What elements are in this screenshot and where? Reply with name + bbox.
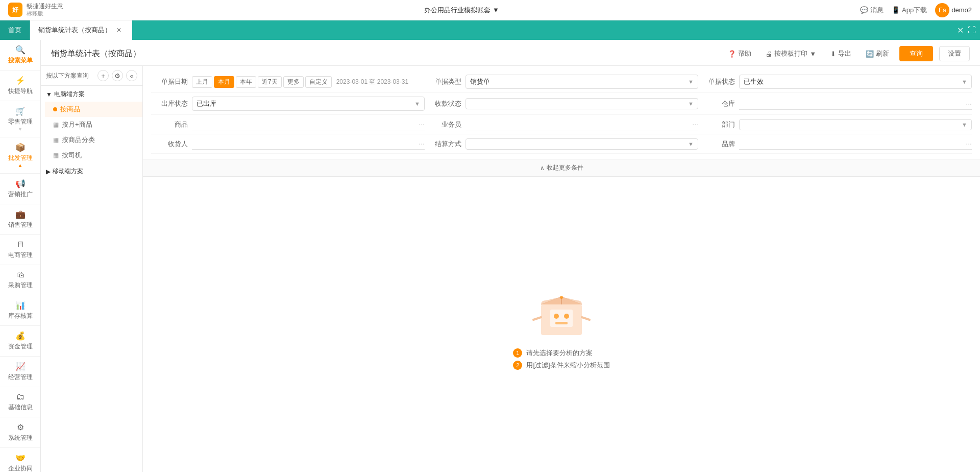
print-button[interactable]: 🖨 按模板打印 ▼: [762, 47, 820, 60]
salesman-input[interactable]: ···: [465, 119, 698, 130]
logo-sub: 标账版: [27, 10, 63, 17]
date-this-year[interactable]: 本年: [236, 76, 256, 88]
sidebar-item-inventory[interactable]: 📊 库存核算: [0, 295, 40, 326]
export-icon: ⬇: [830, 50, 836, 58]
refresh-button[interactable]: 🔄 刷新: [862, 47, 893, 60]
dept-select[interactable]: ▼: [739, 119, 972, 130]
system-icon: ⚙: [17, 422, 24, 432]
collect-status-select[interactable]: ▼: [465, 98, 698, 109]
collect-status-label: 收款状态: [425, 99, 465, 108]
message-button[interactable]: 💬 消息: [860, 6, 884, 15]
left-panel: 按以下方案查询 + ⚙ « ▼ 电脑端方案: [41, 66, 143, 472]
svg-line-8: [582, 317, 590, 320]
logo-text-group: 畅捷通好生意 标账版: [27, 3, 63, 17]
out-status-value: 已出库: [197, 99, 414, 108]
collapse-panel-button[interactable]: «: [126, 70, 137, 81]
tab-report[interactable]: 销货单统计表（按商品） ✕: [30, 20, 132, 40]
scheme-by-month-product[interactable]: ▦ 按月+商品: [45, 117, 142, 132]
tab-close-icon[interactable]: ✕: [114, 26, 124, 35]
doc-type-value: 销货单: [470, 77, 688, 86]
receiver-more-icon[interactable]: ···: [419, 139, 425, 148]
dept-arrow-icon: ▼: [962, 122, 967, 128]
sidebar-search[interactable]: 🔍 搜索菜单: [0, 40, 40, 70]
receiver-filter-cell: 收货人 ···: [151, 134, 425, 154]
empty-illustration: [531, 279, 592, 340]
top-right-actions: 💬 消息 📱 App下载 Ea demo2: [860, 3, 972, 17]
product-more-icon[interactable]: ···: [419, 120, 425, 128]
doc-type-select[interactable]: 销货单 ▼: [465, 75, 698, 89]
export-button[interactable]: ⬇ 导出: [826, 47, 855, 60]
sidebar-item-ecom[interactable]: 🖥 电商管理: [0, 235, 40, 265]
query-button[interactable]: 查询: [899, 46, 933, 61]
ecom-icon: 🖥: [16, 240, 24, 249]
date-this-month[interactable]: 本月: [214, 76, 234, 88]
settlement-select[interactable]: ▼: [465, 138, 698, 150]
brand-more-icon[interactable]: ···: [966, 139, 972, 148]
settings-button[interactable]: 设置: [939, 46, 970, 61]
sidebar-item-enterprise[interactable]: 🤝 企业协同: [0, 448, 40, 472]
out-status-select[interactable]: 已出库 ▼: [192, 97, 425, 111]
tab-maximize-icon[interactable]: ⛶: [968, 26, 976, 35]
brand-input[interactable]: ···: [739, 138, 972, 150]
sidebar-item-finance[interactable]: 💰 资金管理: [0, 326, 40, 357]
sidebar-item-sales[interactable]: 💼 销售管理: [0, 204, 40, 235]
warehouse-input[interactable]: ···: [739, 98, 972, 110]
scheme-by-product[interactable]: 按商品: [45, 102, 142, 117]
desktop-group-header[interactable]: ▼ 电脑端方案: [41, 86, 142, 102]
collapse-filters-button[interactable]: ∧ 收起更多条件: [540, 163, 583, 172]
product-filter-cell: 商品 ···: [151, 115, 425, 134]
tab-home[interactable]: 首页: [0, 20, 30, 40]
date-custom[interactable]: 自定义: [305, 76, 332, 88]
scheme-by-cashier[interactable]: ▦ 按司机: [45, 148, 142, 163]
salesman-more-icon[interactable]: ···: [692, 120, 698, 128]
empty-tip-2: 2 用[过滤]条件来缩小分析范围: [513, 361, 609, 370]
add-scheme-button[interactable]: +: [97, 70, 109, 81]
operation-icon: 📈: [15, 362, 26, 371]
doc-type-label: 单据类型: [425, 77, 465, 86]
page-title: 销货单统计表（按商品）: [51, 49, 141, 59]
sidebar-item-purchase[interactable]: 🛍 采购管理: [0, 265, 40, 295]
page-header: 销货单统计表（按商品） ❓ 帮助 🖨 按模板打印 ▼ ⬇ 导出 🔄 刷新: [41, 40, 980, 66]
tab-close-all-icon[interactable]: ✕: [957, 26, 964, 35]
sidebar-item-wholesale[interactable]: 📦 批发管理 ▲: [0, 137, 40, 174]
doc-type-arrow-icon: ▼: [688, 79, 694, 85]
date-more[interactable]: 更多: [283, 76, 304, 88]
workspace-name: 办公用品行业模拟账套: [424, 6, 491, 15]
scheme-by-category[interactable]: ▦ 按商品分类: [45, 132, 142, 148]
left-panel-title: 按以下方案查询: [46, 72, 89, 80]
sidebar-item-system[interactable]: ⚙ 系统管理: [0, 417, 40, 448]
receiver-label: 收货人: [151, 139, 192, 149]
product-input[interactable]: ···: [192, 119, 425, 130]
app-icon: 📱: [892, 6, 900, 14]
collect-status-arrow-icon: ▼: [688, 101, 694, 107]
app-download-button[interactable]: 📱 App下载: [892, 6, 927, 15]
filter-row-1: 单据日期 上月 本月 本年 近7天 更多 自定义 2023-03-01 至 20…: [151, 71, 972, 93]
tab-bar-actions: ✕ ⛶: [957, 20, 980, 40]
sidebar-quick-nav[interactable]: ⚡ 快捷导航: [0, 70, 40, 101]
nav-icon: ⚡: [15, 76, 26, 85]
dept-filter-cell: 部门 ▼: [698, 115, 972, 134]
workspace-selector[interactable]: 办公用品行业模拟账套 ▼: [63, 6, 860, 15]
sidebar-item-marketing[interactable]: 📢 营销推广: [0, 174, 40, 204]
doc-status-select[interactable]: 已生效 ▼: [739, 75, 972, 89]
inventory-icon: 📊: [15, 300, 26, 310]
date-prev-month[interactable]: 上月: [192, 76, 212, 88]
svg-point-6: [560, 296, 563, 299]
sidebar-item-retail[interactable]: 🛒 零售管理 ▼: [0, 101, 40, 137]
scheme-settings-button[interactable]: ⚙: [112, 70, 123, 81]
help-button[interactable]: ❓ 帮助: [724, 47, 755, 60]
mobile-group-header[interactable]: ▶ 移动端方案: [41, 163, 142, 179]
tip-num-2: 2: [513, 361, 522, 370]
settlement-label: 结算方式: [425, 139, 465, 149]
enterprise-icon: 🤝: [15, 453, 26, 463]
date-7days[interactable]: 近7天: [258, 76, 282, 88]
scheme-cashier-icon: ▦: [53, 152, 59, 159]
sidebar-item-basic[interactable]: 🗂 基础信息: [0, 387, 40, 417]
sidebar-item-operation[interactable]: 📈 经营管理: [0, 357, 40, 387]
avatar: Ea: [935, 3, 949, 17]
retail-expand-icon: ▼: [18, 126, 23, 132]
user-area[interactable]: Ea demo2: [935, 3, 972, 17]
receiver-input[interactable]: ···: [192, 138, 425, 150]
warehouse-more-icon[interactable]: ···: [966, 100, 972, 108]
brand-filter-cell: 品牌 ···: [698, 134, 972, 154]
